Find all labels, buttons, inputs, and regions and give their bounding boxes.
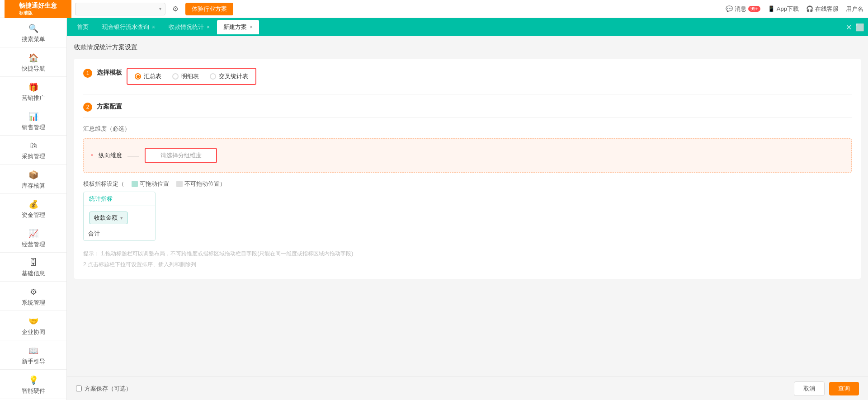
tab-bar-right: ✕ ⬜ bbox=[846, 23, 864, 32]
tab-bank-flow[interactable]: 现金银行流水查询 × bbox=[96, 20, 161, 34]
radio-label-summary: 汇总表 bbox=[144, 72, 161, 80]
step1-label: 选择模板 bbox=[97, 69, 122, 77]
hint-line-2: 2.点击标题栏下拉可设置排序、插入列和删除列 bbox=[83, 259, 852, 270]
app-download-item[interactable]: 📱 App下载 bbox=[768, 5, 799, 13]
sidebar-item-hardware[interactable]: 💡 智能硬件 bbox=[0, 370, 66, 399]
indicators-section: 模板指标设定（ 可拖动位置 不可拖动位置） bbox=[83, 180, 852, 241]
sidebar-item-label: 新手引导 bbox=[22, 358, 45, 366]
stat-tag-wrapper: 收款金额 ▾ bbox=[84, 209, 155, 227]
tab-label: 新建方案 bbox=[223, 23, 247, 31]
dim-row-label: 纵向维度 bbox=[99, 151, 122, 160]
step1-section: 1 选择模板 汇总表 明细表 交叉统计表 bbox=[83, 68, 852, 85]
logo-sub: 标准版 bbox=[19, 10, 57, 16]
close-window-icon[interactable]: ✕ bbox=[846, 23, 852, 32]
radio-label-detail: 明细表 bbox=[181, 72, 199, 80]
sidebar-item-label: 智能硬件 bbox=[22, 387, 45, 395]
search-input-wrapper[interactable]: ▾ bbox=[75, 3, 165, 15]
message-icon: 💬 bbox=[726, 5, 733, 12]
template-options: 汇总表 明细表 交叉统计表 bbox=[127, 68, 256, 85]
save-option[interactable]: 方案保存（可选） bbox=[76, 385, 132, 393]
hint-line-1: 提示： 1.拖动标题栏可以调整布局，不可跨维度或指标区域拖动栏目字段(只能在同一… bbox=[83, 248, 852, 259]
dim-select-button[interactable]: 请选择分组维度 bbox=[145, 148, 217, 163]
tab-close-icon[interactable]: × bbox=[250, 24, 253, 30]
sidebar: 🔍 搜索菜单 🏠 快捷导航 🎁 营销推广 📊 销售管理 🛍 采购管理 📦 库存核… bbox=[0, 18, 67, 400]
tab-bar: 首页 现金银行流水查询 × 收款情况统计 × 新建方案 × ✕ ⬜ bbox=[67, 18, 868, 36]
step2-label: 方案配置 bbox=[97, 103, 122, 111]
notification-item[interactable]: 💬 消息 99+ bbox=[726, 5, 760, 13]
stat-total: 合计 bbox=[84, 227, 155, 240]
username[interactable]: 用户名 bbox=[846, 5, 863, 13]
sidebar-item-label: 搜索菜单 bbox=[22, 35, 45, 43]
online-service-label: 在线客服 bbox=[815, 5, 839, 13]
enterprise-icon: 🤝 bbox=[28, 316, 38, 326]
sidebar-item-guide[interactable]: 📖 新手引导 bbox=[0, 340, 66, 370]
sidebar-item-management[interactable]: 📈 经营管理 bbox=[0, 223, 66, 253]
main-card: 1 选择模板 汇总表 明细表 交叉统计表 bbox=[74, 59, 861, 279]
radio-circle-summary bbox=[135, 73, 141, 80]
sidebar-item-system[interactable]: ⚙ 系统管理 bbox=[0, 282, 66, 311]
maximize-icon[interactable]: ⬜ bbox=[855, 23, 864, 32]
app-logo: 畅捷通好生意 标准版 bbox=[5, 0, 71, 18]
tab-close-icon[interactable]: × bbox=[207, 24, 210, 30]
stat-preview: 统计指标 收款金额 ▾ 合计 bbox=[83, 192, 156, 241]
page-title: 收款情况统计方案设置 bbox=[74, 43, 861, 52]
tab-label: 收款情况统计 bbox=[169, 23, 204, 31]
service-icon: 🎧 bbox=[806, 5, 813, 12]
tab-new-plan[interactable]: 新建方案 × bbox=[217, 20, 259, 34]
step1-badge: 1 bbox=[83, 69, 92, 78]
header-right: 💬 消息 99+ 📱 App下载 🎧 在线客服 用户名 bbox=[726, 5, 863, 13]
sidebar-item-label: 经营管理 bbox=[22, 240, 45, 249]
drag-box-icon bbox=[132, 181, 138, 187]
sidebar-item-purchase[interactable]: 🛍 采购管理 bbox=[0, 136, 66, 165]
radio-detail[interactable]: 明细表 bbox=[172, 72, 199, 80]
chevron-down-icon: ▾ bbox=[120, 215, 123, 221]
save-label: 方案保存（可选） bbox=[85, 385, 132, 393]
home-icon: 🏠 bbox=[28, 53, 38, 63]
sidebar-item-marketing[interactable]: 🎁 营销推广 bbox=[0, 77, 66, 106]
hardware-icon: 💡 bbox=[28, 375, 38, 385]
gear-icon[interactable]: ⚙ bbox=[169, 3, 182, 15]
radio-circle-cross bbox=[210, 73, 216, 80]
search-dropdown-icon[interactable]: ▾ bbox=[159, 6, 161, 11]
tab-home[interactable]: 首页 bbox=[71, 20, 95, 34]
sales-icon: 📊 bbox=[28, 112, 38, 122]
stat-label-title: 统计指标 bbox=[84, 192, 155, 206]
notification-badge: 99+ bbox=[748, 6, 760, 12]
sidebar-item-label: 企业协同 bbox=[22, 328, 45, 336]
cancel-button[interactable]: 取消 bbox=[794, 381, 825, 396]
industry-button[interactable]: 体验行业方案 bbox=[185, 3, 233, 15]
radio-summary[interactable]: 汇总表 bbox=[135, 72, 161, 80]
tab-close-icon[interactable]: × bbox=[152, 24, 155, 30]
online-service-item[interactable]: 🎧 在线客服 bbox=[806, 5, 839, 13]
sidebar-item-basic-info[interactable]: 🗄 基础信息 bbox=[0, 253, 66, 282]
sidebar-item-inventory[interactable]: 📦 库存核算 bbox=[0, 165, 66, 194]
search-menu-icon: 🔍 bbox=[28, 24, 38, 33]
dim-row: * 纵向维度 —— 请选择分组维度 bbox=[91, 148, 844, 163]
sidebar-item-finance[interactable]: 💰 资金管理 bbox=[0, 194, 66, 223]
tab-receipt-stats[interactable]: 收款情况统计 × bbox=[162, 20, 216, 34]
sidebar-item-enterprise[interactable]: 🤝 企业协同 bbox=[0, 311, 66, 340]
stat-tag[interactable]: 收款金额 ▾ bbox=[89, 212, 128, 224]
purchase-icon: 🛍 bbox=[29, 141, 38, 151]
sidebar-item-search[interactable]: 🔍 搜索菜单 bbox=[0, 18, 66, 47]
gift-icon: 🎁 bbox=[28, 82, 38, 92]
radio-cross[interactable]: 交叉统计表 bbox=[210, 72, 248, 80]
management-icon: 📈 bbox=[28, 229, 38, 239]
download-icon: 📱 bbox=[768, 5, 775, 12]
sidebar-item-sales[interactable]: 📊 销售管理 bbox=[0, 106, 66, 136]
sidebar-item-label: 采购管理 bbox=[22, 152, 45, 160]
notification-label: 消息 bbox=[735, 5, 746, 13]
app-download-label: App下载 bbox=[777, 5, 799, 13]
tab-label: 首页 bbox=[77, 23, 89, 31]
draggable-text: 可拖动位置 bbox=[140, 180, 169, 188]
sidebar-item-label: 库存核算 bbox=[22, 182, 45, 190]
search-input[interactable] bbox=[79, 6, 159, 12]
required-mark: * bbox=[91, 152, 93, 159]
sidebar-item-label: 营销推广 bbox=[22, 94, 45, 102]
sidebar-item-nav[interactable]: 🏠 快捷导航 bbox=[0, 47, 66, 77]
footer-left: 方案保存（可选） bbox=[76, 385, 132, 393]
save-checkbox[interactable] bbox=[76, 386, 82, 391]
sidebar-item-label: 资金管理 bbox=[22, 211, 45, 219]
non-draggable-label: 不可拖动位置） bbox=[176, 180, 226, 188]
query-button[interactable]: 查询 bbox=[829, 382, 859, 395]
